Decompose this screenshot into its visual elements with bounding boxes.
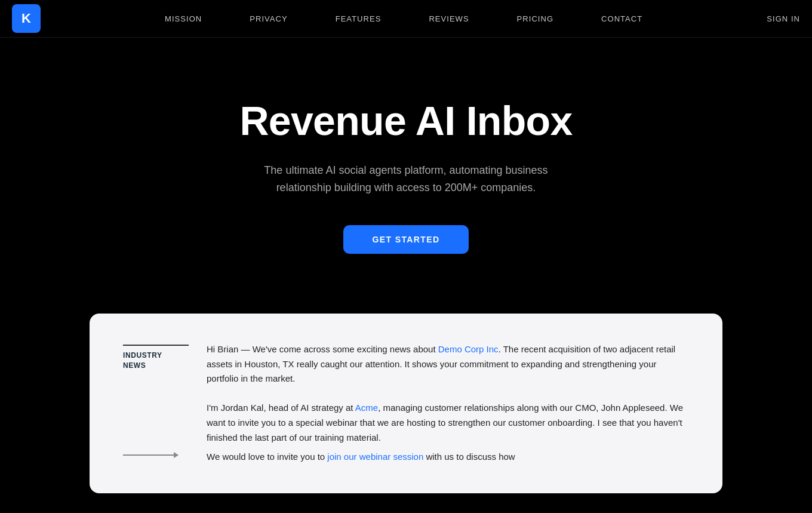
hero-subtitle: The ultimate AI social agents platform, … — [263, 162, 549, 196]
nav-contact[interactable]: CONTACT — [577, 14, 666, 23]
get-started-button[interactable]: GET STARTED — [343, 225, 468, 254]
nav-links: MISSION PRIVACY FEATURES REVIEWS PRICING… — [41, 14, 767, 23]
hero-section: Revenue AI Inbox The ultimate AI social … — [0, 38, 812, 290]
tag-line-1 — [123, 345, 189, 346]
card-paragraph-1: Hi Brian — We've come across some exciti… — [207, 342, 689, 386]
navbar: K MISSION PRIVACY FEATURES REVIEWS PRICI… — [0, 0, 812, 38]
acme-link[interactable]: Acme — [355, 403, 378, 413]
card-row-1: INDUSTRYNEWS Hi Brian — We've come acros… — [123, 342, 689, 446]
logo[interactable]: K — [12, 4, 41, 33]
card-tag-col-2 — [123, 450, 207, 458]
card-paragraph-2: I'm Jordan Kal, head of AI strategy at A… — [207, 401, 689, 445]
para1-pre: Hi Brian — We've come across some exciti… — [207, 344, 438, 354]
para3-pre: We would love to invite you to — [207, 451, 327, 462]
nav-privacy[interactable]: PRIVACY — [226, 14, 311, 23]
card-para-1-content: Hi Brian — We've come across some exciti… — [207, 342, 689, 446]
email-card: INDUSTRYNEWS Hi Brian — We've come acros… — [90, 314, 722, 493]
nav-reviews[interactable]: REVIEWS — [405, 14, 493, 23]
divider-arrowhead — [174, 452, 179, 458]
para3-post: with us to discuss how — [423, 451, 515, 462]
card-tag-col-1: INDUSTRYNEWS — [123, 342, 207, 371]
nav-mission[interactable]: MISSION — [141, 14, 226, 23]
nav-pricing[interactable]: PRICING — [493, 14, 577, 23]
para2-pre: I'm Jordan Kal, head of AI strategy at — [207, 403, 355, 413]
divider-line — [123, 454, 174, 456]
webinar-link[interactable]: join our webinar session — [327, 451, 423, 462]
email-card-section: INDUSTRYNEWS Hi Brian — We've come acros… — [0, 290, 812, 493]
nav-features[interactable]: FEATURES — [312, 14, 405, 23]
hero-title: Revenue AI Inbox — [239, 97, 572, 144]
industry-news-tag: INDUSTRYNEWS — [123, 351, 207, 371]
card-row-2: We would love to invite you to join our … — [123, 450, 689, 465]
nav-signin[interactable]: SIGN IN — [767, 14, 800, 23]
divider-arrow — [123, 452, 207, 458]
demo-corp-link[interactable]: Demo Corp Inc — [438, 344, 499, 354]
card-paragraph-3: We would love to invite you to join our … — [207, 450, 689, 465]
